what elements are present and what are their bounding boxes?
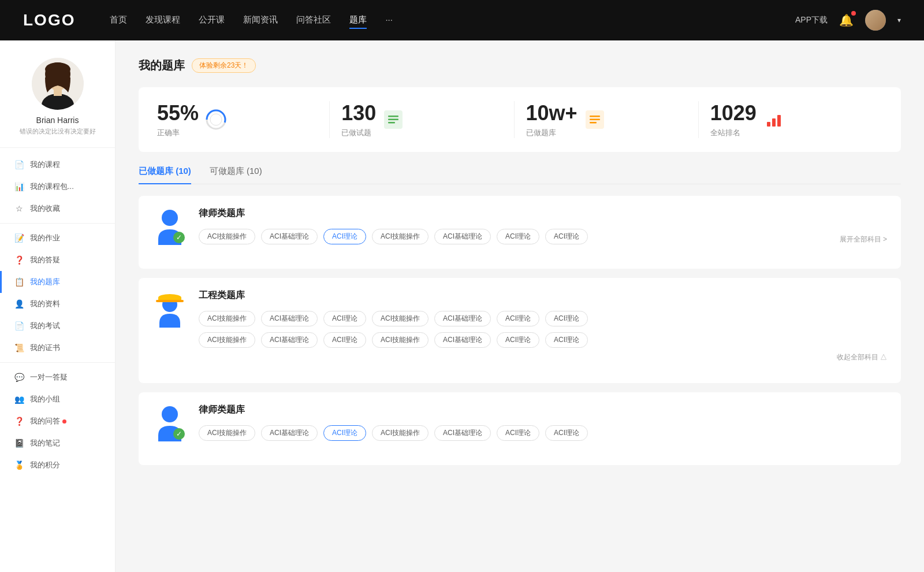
- homework-icon: 📝: [14, 233, 24, 243]
- tag-item[interactable]: ACI技能操作: [199, 425, 255, 441]
- stat-done-banks-text: 10w+ 已做题库: [526, 101, 578, 138]
- stats-card: 55% 正确率 130 已做试题: [139, 87, 901, 152]
- pie-chart-icon: [206, 109, 226, 130]
- sidebar-item-certificate[interactable]: 📜 我的证书: [0, 337, 115, 359]
- tag-item[interactable]: ACI基础理论: [434, 332, 491, 348]
- tag-item-active[interactable]: ACI理论: [323, 229, 366, 244]
- qbank-engineer-tags-row2: ACI技能操作 ACI基础理论 ACI理论 ACI技能操作 ACI基础理论 AC…: [199, 332, 887, 348]
- app-download-button[interactable]: APP下载: [795, 15, 828, 25]
- tag-item[interactable]: ACI理论: [323, 332, 366, 348]
- sidebar-item-qbank[interactable]: 📋 我的题库: [0, 271, 115, 293]
- sidebar-item-course-packages[interactable]: 📊 我的课程包...: [0, 176, 115, 198]
- notes-icon: 📓: [14, 438, 24, 448]
- user-dropdown-icon[interactable]: ▾: [897, 16, 901, 24]
- qbank-engineer-title: 工程类题库: [199, 289, 887, 302]
- tag-item[interactable]: ACI技能操作: [199, 229, 255, 244]
- sidebar-item-label: 我的证书: [30, 343, 60, 353]
- page-header: 我的题库 体验剩余23天！: [139, 58, 901, 73]
- tag-item[interactable]: ACI技能操作: [372, 229, 429, 244]
- notification-bell[interactable]: 🔔: [839, 13, 854, 27]
- tag-item[interactable]: ACI技能操作: [372, 425, 429, 441]
- sidebar-item-exam[interactable]: 📄 我的考试: [0, 315, 115, 337]
- avatar[interactable]: [865, 10, 886, 31]
- tag-item[interactable]: ACI理论: [545, 425, 588, 441]
- tag-item[interactable]: ACI技能操作: [199, 332, 255, 348]
- tag-item[interactable]: ACI基础理论: [434, 425, 491, 441]
- qbank-lawyer-1-content: 律师类题库 ACI技能操作 ACI基础理论 ACI理论 ACI技能操作 ACI基…: [199, 207, 887, 244]
- tag-item[interactable]: ACI基础理论: [261, 425, 318, 441]
- tag-item[interactable]: ACI理论: [497, 425, 539, 441]
- sidebar-item-label: 我的答疑: [30, 255, 60, 265]
- tabs-row: 已做题库 (10) 可做题库 (10): [139, 166, 901, 184]
- svg-rect-14: [590, 116, 600, 117]
- sidebar-item-homework[interactable]: 📝 我的作业: [0, 227, 115, 249]
- sidebar-item-points[interactable]: 🏅 我的积分: [0, 454, 115, 476]
- tag-item[interactable]: ACI基础理论: [261, 229, 318, 244]
- tab-done-banks[interactable]: 已做题库 (10): [139, 166, 191, 184]
- tag-item-active[interactable]: ACI理论: [323, 425, 366, 441]
- tag-item[interactable]: ACI基础理论: [261, 311, 318, 326]
- sidebar-profile: Brian Harris 错误的决定比没有决定要好: [0, 58, 115, 148]
- sidebar-item-questions[interactable]: ❓ 我的问答: [0, 410, 115, 432]
- sidebar-motto: 错误的决定比没有决定要好: [20, 127, 96, 136]
- stat-ranking: 1029 全站排名: [699, 101, 882, 138]
- tag-item[interactable]: ACI技能操作: [199, 311, 255, 326]
- tag-item[interactable]: ACI理论: [545, 229, 588, 244]
- qbank-card-lawyer-2-header: ✓ 律师类题库 ACI技能操作 ACI基础理论 ACI理论 ACI技能操作 AC…: [152, 404, 887, 444]
- svg-rect-17: [767, 122, 770, 127]
- sidebar-item-notes[interactable]: 📓 我的笔记: [0, 432, 115, 454]
- list-orange-icon: [586, 110, 604, 129]
- tag-item[interactable]: ACI技能操作: [372, 311, 429, 326]
- svg-rect-5: [54, 89, 62, 96]
- expand-link[interactable]: 展开全部科目 >: [840, 235, 887, 244]
- qbank-card-lawyer-1-header: ✓ 律师类题库 ACI技能操作 ACI基础理论 ACI理论 ACI技能操作 AC…: [152, 207, 887, 248]
- svg-rect-15: [590, 119, 600, 121]
- tag-item[interactable]: ACI基础理论: [434, 311, 491, 326]
- tab-available-banks[interactable]: 可做题库 (10): [210, 166, 262, 184]
- nav-public-course[interactable]: 公开课: [199, 12, 225, 29]
- nav-home[interactable]: 首页: [110, 12, 127, 29]
- sidebar-item-my-qa[interactable]: ❓ 我的答疑: [0, 249, 115, 271]
- stat-accuracy-number: 55%: [157, 101, 199, 125]
- qbank-lawyer-2-title: 律师类题库: [199, 404, 887, 416]
- sidebar-item-label: 我的笔记: [30, 438, 60, 448]
- tag-item[interactable]: ACI理论: [497, 311, 539, 326]
- qbank-lawyer-2-icon: ✓: [152, 404, 187, 444]
- stat-done-banks-label: 已做题库: [526, 128, 578, 138]
- nav-discover[interactable]: 发现课程: [146, 12, 180, 29]
- svg-rect-10: [388, 116, 398, 117]
- sidebar-item-courses[interactable]: 📄 我的课程: [0, 154, 115, 176]
- sidebar-item-favorites[interactable]: ☆ 我的收藏: [0, 198, 115, 220]
- avatar-svg: [32, 58, 84, 110]
- tag-item[interactable]: ACI理论: [545, 311, 588, 326]
- stat-accuracy: 55% 正确率: [157, 101, 330, 138]
- logo: LOGO: [23, 11, 75, 29]
- stat-ranking-text: 1029 全站排名: [710, 101, 757, 138]
- qbank-engineer-content: 工程类题库 ACI技能操作 ACI基础理论 ACI理论 ACI技能操作 ACI基…: [199, 289, 887, 362]
- sidebar-username: Brian Harris: [36, 116, 79, 125]
- stat-done-questions-label: 已做试题: [341, 128, 376, 138]
- collapse-link[interactable]: 收起全部科目 △: [837, 352, 887, 362]
- sidebar: Brian Harris 错误的决定比没有决定要好 📄 我的课程 📊 我的课程包…: [0, 40, 116, 572]
- tag-item[interactable]: ACI理论: [497, 229, 539, 244]
- sidebar-item-group[interactable]: 👥 我的小组: [0, 388, 115, 410]
- stat-ranking-number: 1029: [710, 101, 757, 125]
- nav-news[interactable]: 新闻资讯: [243, 12, 278, 29]
- tag-item[interactable]: ACI基础理论: [434, 229, 491, 244]
- stat-done-questions-icon: [383, 109, 404, 130]
- questions-badge: [62, 419, 66, 424]
- nav-qa[interactable]: 问答社区: [296, 12, 331, 29]
- lawyer-svg-icon: ✓: [152, 207, 187, 248]
- tag-item[interactable]: ACI技能操作: [372, 332, 429, 348]
- nav-qbank[interactable]: 题库: [349, 12, 367, 29]
- sidebar-item-profile[interactable]: 👤 我的资料: [0, 293, 115, 315]
- favorites-icon: ☆: [14, 203, 24, 214]
- tag-item[interactable]: ACI基础理论: [261, 332, 318, 348]
- sidebar-item-1on1[interactable]: 💬 一对一答疑: [0, 366, 115, 388]
- nav-more[interactable]: ···: [385, 12, 393, 29]
- tag-item[interactable]: ACI理论: [545, 332, 588, 348]
- tag-item[interactable]: ACI理论: [497, 332, 539, 348]
- tag-item[interactable]: ACI理论: [323, 311, 366, 326]
- svg-point-20: [162, 210, 178, 226]
- course-packages-icon: 📊: [14, 181, 24, 192]
